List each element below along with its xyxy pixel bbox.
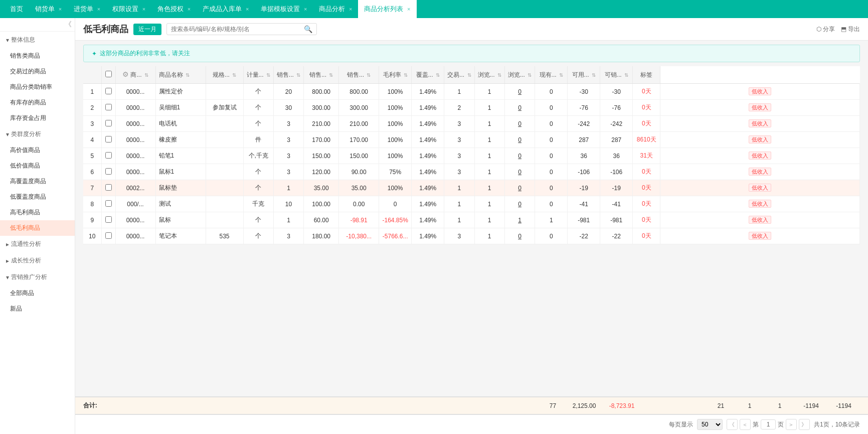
row-profit-rate: 100%	[379, 100, 412, 116]
row-saleable: 0天	[633, 84, 660, 100]
sort-icon[interactable]: ⇅	[624, 72, 628, 78]
sidebar-section-circulation[interactable]: ▸ 流通性分析	[0, 236, 75, 252]
sidebar-item-high-margin[interactable]: 高毛利商品	[0, 205, 75, 220]
sort-icon[interactable]: ⇅	[186, 72, 190, 78]
close-icon[interactable]: ×	[188, 6, 191, 12]
sidebar-collapse-btn[interactable]: 《	[65, 20, 72, 29]
sidebar-item-all-goods[interactable]: 全部商品	[0, 285, 75, 301]
row-checkbox[interactable]	[105, 88, 112, 94]
sidebar-item-low-coverage[interactable]: 低覆盖度商品	[0, 189, 75, 205]
row-sale-qty: 3	[273, 148, 303, 164]
sort-icon[interactable]: ⇅	[404, 72, 408, 78]
search-input[interactable]	[171, 26, 304, 33]
row-spec	[206, 180, 243, 196]
close-icon[interactable]: ×	[349, 6, 352, 12]
row-check[interactable]	[101, 116, 115, 132]
nav-product-entry[interactable]: 产成品入库单 ×	[197, 0, 255, 18]
sort-icon[interactable]: ⇅	[367, 72, 371, 78]
sidebar-item-in-stock[interactable]: 有库存的商品	[0, 95, 75, 110]
sidebar-item-low-margin[interactable]: 低毛利商品	[0, 220, 75, 236]
sidebar-item-high-coverage[interactable]: 高覆盖度商品	[0, 174, 75, 189]
sort-icon[interactable]: ⇅	[232, 72, 236, 78]
prev-page-btn[interactable]: ＜	[740, 419, 751, 430]
first-page-btn[interactable]: 《	[727, 419, 738, 430]
close-icon[interactable]: ×	[142, 6, 145, 12]
share-btn[interactable]: ⬡ 分享	[816, 25, 835, 34]
row-checkbox[interactable]	[105, 184, 112, 191]
nav-purchase[interactable]: 进货单 ×	[68, 0, 106, 18]
row-avail: 36	[600, 148, 633, 164]
sidebar-section-overall[interactable]: ▾ 整体信息	[0, 32, 75, 48]
settings-icon[interactable]: ⚙	[122, 70, 129, 78]
filter-recent-month-btn[interactable]: 近一月	[133, 24, 161, 35]
row-checkbox[interactable]	[105, 216, 112, 223]
row-checkbox[interactable]	[105, 232, 112, 239]
row-current: -30	[568, 84, 600, 100]
row-check[interactable]	[101, 196, 115, 212]
sort-icon[interactable]: ⇅	[559, 72, 563, 78]
row-browse1: 1	[504, 212, 535, 228]
row-check[interactable]	[101, 84, 115, 100]
nav-goods-analysis[interactable]: 商品分析 ×	[313, 0, 358, 18]
nav-home[interactable]: 首页	[4, 0, 29, 18]
row-check[interactable]	[101, 228, 115, 244]
sort-icon[interactable]: ⇅	[266, 72, 270, 78]
nav-goods-analysis-list[interactable]: 商品分析列表 ×	[358, 0, 416, 18]
sort-icon[interactable]: ⇅	[329, 72, 333, 78]
sidebar-item-new-goods[interactable]: 新品	[0, 301, 75, 317]
row-checkbox[interactable]	[105, 136, 112, 142]
row-checkbox[interactable]	[105, 168, 112, 175]
sidebar-item-high-value[interactable]: 高价值商品	[0, 142, 75, 158]
row-check[interactable]	[101, 132, 115, 148]
row-current: 36	[568, 148, 600, 164]
row-checkbox[interactable]	[105, 152, 112, 159]
close-icon[interactable]: ×	[304, 6, 307, 12]
row-checkbox[interactable]	[105, 200, 112, 207]
next-page-btn[interactable]: ＞	[786, 419, 797, 430]
row-checkbox[interactable]	[105, 120, 112, 126]
sidebar-section-growth[interactable]: ▸ 成长性分析	[0, 252, 75, 269]
close-icon[interactable]: ×	[97, 6, 100, 12]
row-check[interactable]	[101, 100, 115, 116]
row-sale-price: 300.00	[304, 100, 339, 116]
sidebar-item-low-value[interactable]: 低价值商品	[0, 158, 75, 174]
sidebar-item-sales-goods[interactable]: 销售类商品	[0, 48, 75, 64]
sidebar-section-marketing[interactable]: ▾ 营销推广分析	[0, 269, 75, 285]
sidebar-item-category-assist[interactable]: 商品分类助销率	[0, 79, 75, 95]
row-check[interactable]	[101, 164, 115, 180]
per-page-select[interactable]: 50 100 200	[697, 419, 723, 430]
row-check[interactable]	[101, 212, 115, 228]
sidebar-item-traded-goods[interactable]: 交易过的商品	[0, 64, 75, 79]
close-icon[interactable]: ×	[59, 6, 62, 12]
row-trade: 1	[474, 132, 504, 148]
row-check[interactable]	[101, 148, 115, 164]
close-icon[interactable]: ×	[246, 6, 249, 12]
sidebar-section-cluster[interactable]: ▾ 类群度分析	[0, 126, 75, 142]
row-trade: 1	[474, 180, 504, 196]
row-current: -242	[568, 116, 600, 132]
sort-icon[interactable]: ⇅	[144, 72, 148, 78]
last-page-btn[interactable]: 》	[799, 419, 810, 430]
footer-coverage	[674, 402, 707, 409]
sort-icon[interactable]: ⇅	[296, 72, 300, 78]
search-icon[interactable]: 🔍	[304, 25, 312, 33]
close-icon[interactable]: ×	[407, 6, 410, 12]
export-btn[interactable]: ⬒ 导出	[841, 25, 860, 34]
row-sale-qty: 20	[273, 84, 303, 100]
sort-icon[interactable]: ⇅	[528, 72, 532, 78]
sidebar-item-stock-capital[interactable]: 库存资金占用	[0, 110, 75, 126]
row-check[interactable]	[101, 180, 115, 196]
select-all-checkbox[interactable]	[105, 71, 112, 77]
nav-template[interactable]: 单据模板设置 ×	[255, 0, 313, 18]
sort-icon[interactable]: ⇅	[436, 72, 440, 78]
sort-icon[interactable]: ⇅	[592, 72, 596, 78]
nav-role[interactable]: 角色授权 ×	[151, 0, 197, 18]
nav-permission[interactable]: 权限设置 ×	[106, 0, 151, 18]
row-current: -22	[568, 228, 600, 244]
row-checkbox[interactable]	[105, 104, 112, 110]
sort-icon[interactable]: ⇅	[497, 72, 501, 78]
row-trade: 1	[474, 148, 504, 164]
row-sale-qty: 3	[273, 228, 303, 244]
sort-icon[interactable]: ⇅	[467, 72, 471, 78]
nav-sales[interactable]: 销货单 ×	[29, 0, 68, 18]
